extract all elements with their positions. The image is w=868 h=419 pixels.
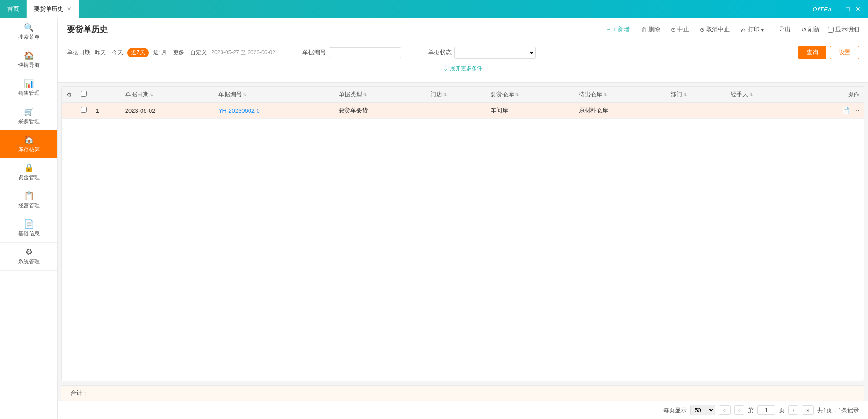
delete-button[interactable]: 🗑 删除 [638,24,663,35]
orderno-input[interactable] [329,47,401,58]
col-pendingwarehouse[interactable]: 待出仓库⇅ [574,87,665,103]
row-settings-icon [62,103,76,119]
page-label: 第 [748,406,754,414]
col-dept[interactable]: 部门⇅ [666,87,726,103]
operations-mgmt-icon: 📋 [24,192,34,200]
row-reqwarehouse: 车间库 [486,103,574,119]
date-opt-today[interactable]: 今天 [110,48,125,57]
current-page-input[interactable] [757,405,775,415]
prev-page-btn[interactable]: ‹ [734,405,744,415]
refresh-button[interactable]: ↺ 刷新 [799,24,822,35]
expand-more-icon: ⌄ [443,66,448,72]
date-opt-more[interactable]: 更多 [171,48,186,57]
row-checkbox[interactable] [81,107,87,113]
reqwarehouse-sort-icon: ⇅ [515,92,519,97]
sidebar-item-inventory[interactable]: 🏠 库存核算 [0,130,57,158]
print-dropdown-icon: ▾ [761,26,764,33]
page-header: 要货单历史 ＋ + 新增 🗑 删除 ⊙ 中止 ⊙ [58,18,868,41]
maximize-btn[interactable]: □ [846,5,850,13]
refresh-icon: ↺ [802,26,807,33]
print-button[interactable]: 🖨 打印 ▾ [738,24,767,35]
data-table: ⚙ 单据日期⇅ 单据编号⇅ 单据类型⇅ 门店⇅ 要货仓库⇅ 待出仓库⇅ 部门⇅ … [62,87,864,119]
row-pendingwarehouse: 原材料仓库 [574,103,665,119]
row-date: 2023-06-02 [121,103,214,119]
col-handler[interactable]: 经手人⇅ [726,87,800,103]
col-reqwarehouse[interactable]: 要货仓库⇅ [486,87,574,103]
minimize-btn[interactable]: — [835,5,841,13]
tab-home[interactable]: 首页 [0,0,27,18]
row-ordertype: 要货单要货 [334,103,425,119]
sidebar-item-search-menu-label: 搜索菜单 [18,33,40,41]
query-button[interactable]: 查询 [798,46,826,59]
stop-icon: ⊙ [671,26,676,33]
export-button[interactable]: ↑ 导出 [772,24,794,35]
tab-home-label: 首页 [7,5,19,13]
col-checkbox[interactable] [76,87,91,103]
sidebar-item-purchase-mgmt-label: 采购管理 [18,118,40,125]
row-more-icon[interactable]: ⋯ [853,107,859,114]
row-orderno[interactable]: YH-20230602-0 [214,103,334,119]
status-select[interactable] [454,47,536,59]
filter-row-1: 单据日期 昨天 今天 近7天 近1月 更多 自定义 2023-05-27 至 2… [67,46,859,59]
last-page-btn[interactable]: » [802,405,813,415]
sidebar-item-system-mgmt-label: 系统管理 [18,258,40,266]
sidebar-item-finance-mgmt[interactable]: 🔒 资金管理 [0,158,57,186]
col-store[interactable]: 门店⇅ [426,87,486,103]
display-detail-toggle[interactable]: 显示明细 [828,25,859,33]
pagination-bar: 每页显示 50 20 100 « ‹ 第 页 › » 共1页，1条记录 [58,401,868,419]
row-edit-icon[interactable]: 📄 [842,107,849,114]
row-actions: 📄 ⋯ [800,103,864,119]
total-info: 共1页，1条记录 [817,406,859,414]
sidebar-item-operations-mgmt[interactable]: 📋 经营管理 [0,186,57,214]
content-area: 要货单历史 ＋ + 新增 🗑 删除 ⊙ 中止 ⊙ [58,18,868,419]
expand-more-btn[interactable]: ⌄ 展开更多条件 [442,63,484,74]
stop-button[interactable]: ⊙ 中止 [668,24,692,35]
first-page-btn[interactable]: « [719,405,730,415]
date-opt-7days[interactable]: 近7天 [127,48,149,57]
per-page-label: 每页显示 [663,406,687,414]
cancel-stop-button[interactable]: ⊙ 取消中止 [697,24,732,35]
per-page-select[interactable]: 50 20 100 [690,405,715,415]
filter-area: 单据日期 昨天 今天 近7天 近1月 更多 自定义 2023-05-27 至 2… [58,41,868,83]
date-opt-custom[interactable]: 自定义 [189,48,208,57]
inventory-icon: 🏠 [24,136,34,144]
delete-icon: 🗑 [641,26,647,33]
col-orderno[interactable]: 单据编号⇅ [214,87,334,103]
tab-order-history[interactable]: 要货单历史 ✕ [27,0,79,18]
print-icon: 🖨 [741,26,746,33]
row-orderno-link[interactable]: YH-20230602-0 [218,107,260,114]
footer-summary: 合计： [61,385,864,401]
select-all-checkbox[interactable] [81,91,87,97]
tab-bar: 首页 要货单历史 ✕ [0,0,79,18]
add-button[interactable]: ＋ + 新增 [603,24,632,35]
sidebar-item-search-menu[interactable]: 🔍 搜索菜单 [0,18,57,46]
col-action: 操作 [800,87,864,103]
search-menu-icon: 🔍 [24,24,34,32]
orderno-sort-icon: ⇅ [243,92,246,97]
display-detail-checkbox[interactable] [828,27,834,33]
sidebar-item-basic-info[interactable]: 📄 基础信息 [0,214,57,243]
settings-button[interactable]: 设置 [830,46,859,59]
col-settings[interactable]: ⚙ [62,87,76,103]
sidebar-item-system-mgmt[interactable]: ⚙ 系统管理 [0,243,57,271]
col-ordertype[interactable]: 单据类型⇅ [334,87,425,103]
close-btn[interactable]: ✕ [855,5,861,13]
date-opt-1month[interactable]: 近1月 [151,48,169,57]
sidebar-item-quick-nav-label: 快捷导航 [18,62,40,69]
date-range-value: 2023-05-27 至 2023-06-02 [211,49,275,57]
sidebar-item-sales-mgmt[interactable]: 📊 销售管理 [0,74,57,102]
col-date[interactable]: 单据日期⇅ [121,87,214,103]
sidebar-item-quick-nav[interactable]: 🏠 快捷导航 [0,46,57,74]
display-detail-label: 显示明细 [835,25,859,33]
finance-mgmt-icon: 🔒 [24,164,34,172]
sidebar-item-purchase-mgmt[interactable]: 🛒 采购管理 [0,102,57,130]
date-options: 昨天 今天 近7天 近1月 更多 自定义 [93,48,208,57]
add-icon: ＋ [606,25,612,33]
handler-sort-icon: ⇅ [749,92,753,97]
next-page-btn[interactable]: › [788,405,798,415]
tab-close-icon[interactable]: ✕ [67,6,71,12]
orderno-filter: 单据编号 [302,47,401,58]
row-checkbox-cell[interactable] [76,103,91,119]
date-opt-yesterday[interactable]: 昨天 [93,48,108,57]
sidebar-item-operations-mgmt-label: 经营管理 [18,202,40,210]
